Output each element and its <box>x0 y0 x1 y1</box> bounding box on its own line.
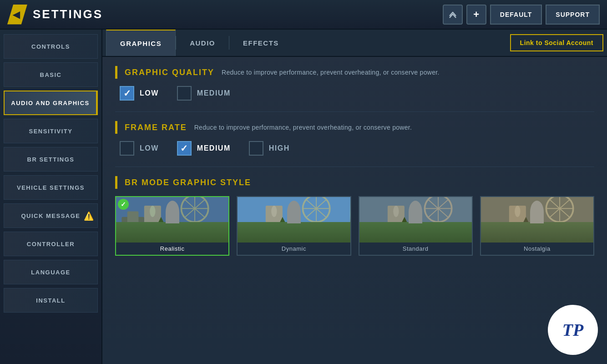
br-mode-title: BR MODE GRAPHIC STYLE <box>125 178 251 187</box>
svg-rect-9 <box>150 206 155 217</box>
tab-audio[interactable]: AUDIO <box>176 30 229 56</box>
svg-rect-44 <box>481 224 593 243</box>
style-card-realistic[interactable]: ✓ <box>115 196 229 256</box>
svg-rect-43 <box>481 197 593 224</box>
frame-rate-options: LOW MEDIUM HIGH <box>115 141 594 156</box>
frame-rate-medium-checkbox[interactable] <box>177 141 192 156</box>
chevron-up-button[interactable] <box>443 5 463 25</box>
svg-rect-15 <box>137 231 139 236</box>
svg-rect-30 <box>359 197 472 224</box>
sidebar-item-audio-and-graphics[interactable]: AUDIO AND GRAPHICS <box>4 91 98 115</box>
graphic-quality-medium-label: MEDIUM <box>197 89 231 97</box>
frame-rate-title-bar <box>115 121 117 134</box>
frame-rate-high-checkbox[interactable] <box>249 141 263 156</box>
graphic-quality-desc: Reduce to improve performance, prevent o… <box>222 69 440 76</box>
svg-rect-31 <box>359 224 472 243</box>
graphic-quality-medium-option[interactable]: MEDIUM <box>177 86 231 101</box>
svg-point-55 <box>527 229 541 235</box>
graphic-quality-section: GRAPHIC QUALITY Reduce to improve perfor… <box>115 66 594 101</box>
plus-button[interactable]: + <box>466 5 486 25</box>
sidebar-item-language[interactable]: LANGUAGE <box>4 260 98 284</box>
realistic-label: Realistic <box>116 243 228 255</box>
tab-effects[interactable]: EFFECTS <box>229 30 293 56</box>
style-card-img-dynamic <box>238 197 350 243</box>
double-chevron-icon <box>448 10 458 20</box>
svg-rect-11 <box>127 211 139 231</box>
style-card-inner-realistic: Realistic <box>115 196 229 256</box>
back-button[interactable]: ◀ <box>7 5 27 25</box>
content-scroll: GRAPHIC QUALITY Reduce to improve perfor… <box>102 57 607 364</box>
selected-checkmark-realistic: ✓ <box>118 199 129 210</box>
frame-rate-high-option[interactable]: HIGH <box>249 141 290 156</box>
svg-rect-52 <box>515 206 520 217</box>
nostalgia-label: Nostalgia <box>481 243 593 255</box>
frame-rate-medium-option[interactable]: MEDIUM <box>177 141 231 156</box>
svg-rect-39 <box>393 206 399 217</box>
sidebar-item-vehicle-settings[interactable]: VEHICLE SETTINGS <box>4 175 98 200</box>
frame-rate-desc: Reduce to improve performance, prevent o… <box>194 124 412 131</box>
svg-point-29 <box>284 229 298 235</box>
style-card-nostalgia[interactable]: Nostalgia <box>480 196 594 256</box>
tabs-bar: GRAPHICS AUDIO EFFECTS Link to Social Ac… <box>102 30 607 57</box>
frame-rate-low-option[interactable]: LOW <box>120 141 159 156</box>
frame-rate-title: FRAME RATE <box>125 123 187 132</box>
br-mode-title-bar <box>115 176 117 189</box>
sidebar: CONTROLS BASIC AUDIO AND GRAPHICS SENSIT… <box>0 30 102 364</box>
svg-rect-13 <box>160 228 162 234</box>
style-card-img-standard <box>359 197 472 243</box>
graphic-quality-low-option[interactable]: LOW <box>120 86 159 101</box>
separator-2 <box>115 167 594 167</box>
svg-rect-28 <box>282 228 284 234</box>
svg-marker-14 <box>133 222 142 231</box>
style-cards: ✓ <box>115 196 594 256</box>
graphic-quality-low-checkbox[interactable] <box>120 86 134 101</box>
svg-point-16 <box>163 229 177 235</box>
content-area: GRAPHICS AUDIO EFFECTS Link to Social Ac… <box>102 30 607 364</box>
style-card-dynamic[interactable]: Dynamic <box>237 196 351 256</box>
svg-rect-18 <box>238 224 350 243</box>
svg-point-42 <box>406 229 420 235</box>
frame-rate-low-label: LOW <box>140 144 159 152</box>
sidebar-item-install[interactable]: INSTALL <box>4 288 98 313</box>
style-card-inner-standard: Standard <box>359 196 473 256</box>
sidebar-item-controls[interactable]: CONTROLS <box>4 34 98 59</box>
svg-rect-26 <box>271 206 277 217</box>
standard-label: Standard <box>359 243 472 255</box>
style-card-inner-dynamic: Dynamic <box>237 196 351 256</box>
realistic-scene-svg <box>116 197 228 243</box>
svg-rect-17 <box>238 197 350 224</box>
tab-graphics[interactable]: GRAPHICS <box>106 30 176 56</box>
support-button[interactable]: SUPPORT <box>546 5 600 25</box>
frame-rate-high-label: HIGH <box>269 144 290 152</box>
dynamic-label: Dynamic <box>238 243 350 255</box>
social-link-button[interactable]: Link to Social Account <box>510 34 603 51</box>
graphic-quality-medium-checkbox[interactable] <box>177 86 192 101</box>
separator-1 <box>115 111 594 112</box>
graphic-quality-options: LOW MEDIUM <box>115 86 594 101</box>
plus-icon: + <box>473 9 479 20</box>
style-card-standard[interactable]: Standard <box>359 196 473 256</box>
svg-rect-1 <box>116 225 228 243</box>
sidebar-item-quick-message[interactable]: QUICK MESSAGE ⚠️ <box>4 203 98 228</box>
style-card-img-realistic <box>116 197 228 243</box>
sidebar-item-controller[interactable]: CONTROLLER <box>4 232 98 256</box>
graphic-quality-title: GRAPHIC QUALITY <box>125 68 214 77</box>
dynamic-scene-svg <box>238 197 350 243</box>
svg-rect-41 <box>403 228 405 234</box>
frame-rate-section: FRAME RATE Reduce to improve performance… <box>115 121 594 156</box>
standard-scene-svg <box>359 197 472 243</box>
default-button[interactable]: DEFAULT <box>490 5 542 25</box>
svg-rect-54 <box>525 228 527 234</box>
style-card-img-nostalgia <box>481 197 593 243</box>
sidebar-item-basic[interactable]: BASIC <box>4 62 98 87</box>
sidebar-item-sensitivity[interactable]: SENSITIVITY <box>4 119 98 143</box>
frame-rate-medium-label: MEDIUM <box>197 144 231 152</box>
sidebar-item-br-settings[interactable]: BR SETTINGS <box>4 147 98 172</box>
graphic-quality-low-label: LOW <box>140 89 159 97</box>
section-title-bar <box>115 66 117 79</box>
header-actions: + DEFAULT SUPPORT <box>443 5 600 25</box>
br-mode-graphic-style-section: BR MODE GRAPHIC STYLE ✓ <box>115 176 594 256</box>
frame-rate-low-checkbox[interactable] <box>120 141 134 156</box>
style-card-inner-nostalgia: Nostalgia <box>480 196 594 256</box>
nostalgia-scene-svg <box>481 197 593 243</box>
